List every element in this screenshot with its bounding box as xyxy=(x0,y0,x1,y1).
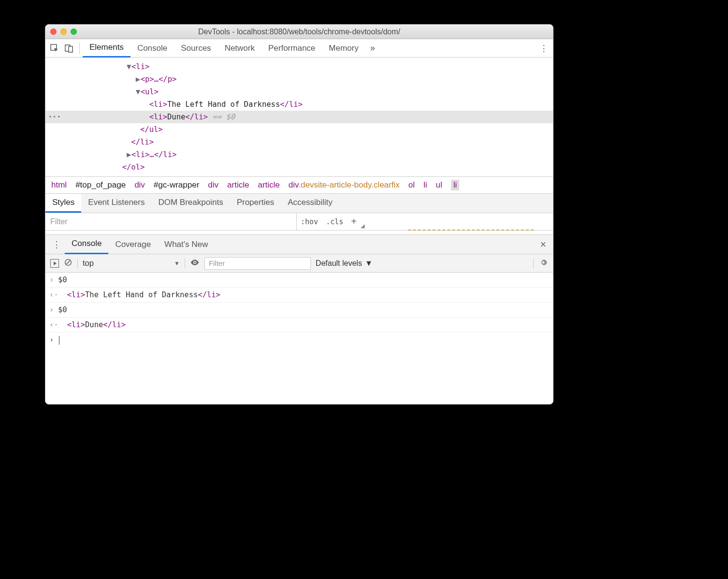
stab-event-listeners[interactable]: Event Listeners xyxy=(81,194,151,213)
dom-node[interactable]: ▼<ul> xyxy=(45,86,553,98)
show-console-sidebar-icon[interactable] xyxy=(50,259,59,268)
crumb-html[interactable]: html xyxy=(51,180,67,190)
new-style-rule-icon[interactable]: + xyxy=(347,216,361,227)
console-input-line: ›$0 xyxy=(45,273,553,288)
console-result-line: ‹· <li>Dune</li> xyxy=(45,318,553,333)
close-window-icon[interactable] xyxy=(50,29,57,35)
window-title: DevTools - localhost:8080/web/tools/chro… xyxy=(50,28,548,36)
styles-filter-input[interactable] xyxy=(45,214,297,230)
stab-accessibility[interactable]: Accessibility xyxy=(281,194,339,213)
crumb-li-selected[interactable]: li xyxy=(451,180,460,190)
more-tabs-icon[interactable]: » xyxy=(365,43,380,53)
crumb-gc-wrapper[interactable]: #gc-wrapper xyxy=(154,180,200,190)
console-output[interactable]: ›$0 ‹· <li>The Left Hand of Darkness</li… xyxy=(45,273,553,404)
console-filter-input[interactable] xyxy=(204,257,311,270)
dtab-console[interactable]: Console xyxy=(65,235,108,254)
maximize-window-icon[interactable] xyxy=(71,29,77,35)
crumb-article[interactable]: article xyxy=(227,180,249,190)
styles-filter-row: :hov .cls + ◢ xyxy=(45,213,553,231)
dom-node-selected[interactable]: <li>Dune</li> == $0 xyxy=(45,111,553,123)
stab-dom-breakpoints[interactable]: DOM Breakpoints xyxy=(151,194,230,213)
styles-pane-tabs: Styles Event Listeners DOM Breakpoints P… xyxy=(45,193,553,213)
breadcrumb[interactable]: html #top_of_page div #gc-wrapper div ar… xyxy=(45,176,553,193)
dom-node[interactable]: </li> xyxy=(45,136,553,148)
dtab-whats-new[interactable]: What's New xyxy=(158,235,215,254)
cls-toggle[interactable]: .cls xyxy=(322,217,347,226)
console-prompt[interactable]: › xyxy=(45,333,553,347)
dtab-coverage[interactable]: Coverage xyxy=(108,235,158,254)
tab-console[interactable]: Console xyxy=(131,39,174,58)
crumb-ol[interactable]: ol xyxy=(408,180,415,190)
dom-node[interactable]: <li>The Left Hand of Darkness</li> xyxy=(45,98,553,111)
svg-rect-2 xyxy=(69,46,73,52)
tab-performance[interactable]: Performance xyxy=(262,39,322,58)
inspect-icon[interactable] xyxy=(47,41,62,56)
tab-elements[interactable]: Elements xyxy=(83,39,131,58)
svg-line-4 xyxy=(66,260,71,264)
console-settings-icon[interactable] xyxy=(539,258,548,269)
clear-console-icon[interactable] xyxy=(64,258,73,269)
live-expression-icon[interactable] xyxy=(190,258,200,269)
context-label: top xyxy=(83,259,94,268)
drawer-close-icon[interactable]: × xyxy=(536,238,550,251)
levels-label: Default levels xyxy=(316,259,362,268)
settings-kebab-icon[interactable]: ⋮ xyxy=(537,43,551,54)
stab-properties[interactable]: Properties xyxy=(230,194,281,213)
crumb-article[interactable]: article xyxy=(258,180,279,190)
log-levels-selector[interactable]: Default levels ▼ xyxy=(316,259,373,268)
stab-styles[interactable]: Styles xyxy=(45,194,81,213)
crumb-top-of-page[interactable]: #top_of_page xyxy=(75,180,126,190)
drawer-tabs: ⋮ Console Coverage What's New × xyxy=(45,235,553,254)
devtools-window: DevTools - localhost:8080/web/tools/chro… xyxy=(45,24,553,405)
chevron-down-icon: ▼ xyxy=(174,260,180,267)
dom-tree[interactable]: ▼<li> ▶<p>…</p> ▼<ul> <li>The Left Hand … xyxy=(45,58,553,176)
crumb-div[interactable]: div xyxy=(208,180,218,190)
window-controls xyxy=(50,29,77,35)
chevron-down-icon: ▼ xyxy=(365,259,373,268)
context-selector[interactable]: top ▼ xyxy=(83,259,180,268)
dom-node[interactable]: ▼<li> xyxy=(45,60,553,73)
svg-point-5 xyxy=(194,261,195,263)
drawer: ⋮ Console Coverage What's New × top ▼ xyxy=(45,234,553,404)
tab-network[interactable]: Network xyxy=(218,39,262,58)
crumb-div[interactable]: div xyxy=(134,180,145,190)
tab-sources[interactable]: Sources xyxy=(174,39,218,58)
hov-toggle[interactable]: :hov xyxy=(297,217,322,226)
dom-node[interactable]: ▶<p>…</p> xyxy=(45,73,553,86)
dom-node[interactable]: ▶<li>…</li> xyxy=(45,148,553,161)
crumb-ul[interactable]: ul xyxy=(436,180,442,190)
console-controls: top ▼ Default levels ▼ xyxy=(45,254,553,273)
dom-node[interactable]: </ul> xyxy=(45,123,553,136)
titlebar: DevTools - localhost:8080/web/tools/chro… xyxy=(45,25,553,39)
crumb-li[interactable]: li xyxy=(423,180,427,190)
drawer-kebab-icon[interactable]: ⋮ xyxy=(48,239,65,250)
resize-corner-icon[interactable]: ◢ xyxy=(361,223,368,229)
dom-node[interactable]: </ol> xyxy=(45,161,553,174)
minimize-window-icon[interactable] xyxy=(60,29,67,35)
box-model-preview xyxy=(427,230,553,233)
console-input-line: ›$0 xyxy=(45,303,553,318)
tab-memory[interactable]: Memory xyxy=(322,39,365,58)
console-result-line: ‹· <li>The Left Hand of Darkness</li> xyxy=(45,288,553,303)
main-toolbar: Elements Console Sources Network Perform… xyxy=(45,39,553,58)
crumb-div-devsite[interactable]: div.devsite-article-body.clearfix xyxy=(289,180,400,190)
device-toggle-icon[interactable] xyxy=(62,41,76,56)
